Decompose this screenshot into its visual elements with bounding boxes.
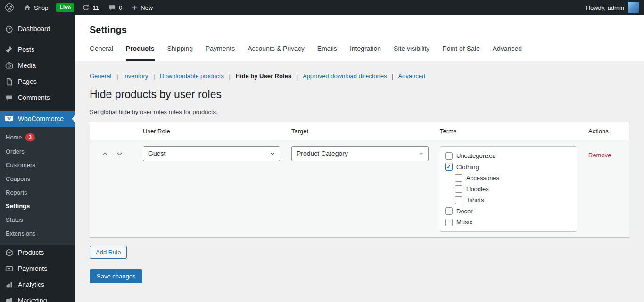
tab-integration[interactable]: Integration [350,45,381,61]
add-rule-row: Add Rule [90,246,630,259]
user-role-value: Guest [148,150,165,157]
submenu-item-status[interactable]: Status [0,213,75,227]
header-terms: Terms [434,122,583,140]
site-name-link[interactable]: Shop [19,0,53,15]
sidebar-label-payments: Payments [18,265,47,272]
tab-payments[interactable]: Payments [206,45,235,61]
avatar [628,2,639,13]
term-label[interactable]: Tshirts [466,196,484,204]
new-content-button[interactable]: New [127,0,157,15]
subnav-inventory[interactable]: Inventory [123,73,148,80]
sidebar-item-media[interactable]: Media [0,57,75,73]
subnav-approved-download-directories[interactable]: Approved download directories [303,73,387,80]
term-label[interactable]: Accessories [466,174,499,181]
term-checkbox-accessories[interactable] [455,174,462,182]
subnav-downloadable-products[interactable]: Downloadable products [160,73,224,80]
subnav-advanced[interactable]: Advanced [398,73,425,80]
term-label[interactable]: Hoodies [466,186,489,193]
table-header-row: User Role Target Terms Actions [90,122,629,140]
sidebar-item-woocommerce[interactable]: W WooCommerce [0,111,75,127]
sidebar-item-comments[interactable]: Comments [0,90,75,106]
term-label[interactable]: Decor [456,208,473,215]
updates-button[interactable]: 11 [77,0,104,15]
sidebar-item-pages[interactable]: Pages [0,73,75,90]
menu-separator [0,106,75,111]
submenu-item-settings[interactable]: Settings [0,199,75,213]
tab-accounts-privacy[interactable]: Accounts & Privacy [248,45,305,61]
term-label[interactable]: Uncategorized [456,152,496,159]
submenu-label-status: Status [6,216,23,223]
svg-text:W: W [7,116,11,121]
chevron-up-icon [101,150,108,157]
settings-tabs: General Products Shipping Payments Accou… [90,45,630,61]
tab-advanced[interactable]: Advanced [493,45,522,61]
term-checkbox-music[interactable] [445,219,453,226]
sidebar-item-products[interactable]: Products [0,245,75,261]
main-content: Settings General Products Shipping Payme… [75,0,644,294]
sidebar-item-posts[interactable]: Posts [0,41,75,57]
term-label[interactable]: Music [456,219,472,226]
hide-rules-table: User Role Target Terms Actions Guest [90,122,629,238]
sidebar-item-dashboard[interactable]: Dashboard [0,21,75,37]
sidebar-label-marketing: Marketing [18,297,47,302]
target-value: Product Category [297,150,348,157]
term-checkbox-decor[interactable] [445,207,453,215]
submenu-item-orders[interactable]: Orders [0,145,75,158]
updates-count: 11 [92,4,99,11]
header-user-role: User Role [137,122,286,140]
remove-rule-link[interactable]: Remove [588,146,611,159]
add-rule-button[interactable]: Add Rule [90,246,127,259]
sidebar-comments-icon [4,93,14,102]
account-menu-button[interactable]: Howdy, admin [581,0,644,15]
sidebar-label-dashboard: Dashboard [18,25,50,33]
updates-icon [82,4,90,11]
home-icon [24,4,31,11]
term-label[interactable]: Clothing [456,163,479,171]
subnav-separator: | [297,73,298,80]
submenu-item-reports[interactable]: Reports [0,186,75,199]
pages-icon [4,77,14,86]
submenu-item-coupons[interactable]: Coupons [0,172,75,186]
comments-button[interactable]: 0 [104,0,127,15]
admin-bar: Shop Live 11 0 New Howdy, admin [0,0,644,15]
save-changes-button[interactable]: Save changes [90,269,142,283]
terms-cell: Uncategorized Clothing Accessories [434,146,583,232]
sidebar-item-payments[interactable]: Payments [0,261,75,277]
submenu-item-home[interactable]: Home 3 [0,130,75,145]
tab-site-visibility[interactable]: Site visibility [394,45,429,61]
term-checkbox-clothing[interactable] [445,163,453,171]
sidebar-label-posts: Posts [18,46,34,53]
sidebar-item-marketing[interactable]: Marketing [0,293,75,302]
submenu-item-extensions[interactable]: Extensions [0,227,75,240]
admin-sidebar: Dashboard Posts Media Pages Comments W W… [0,15,75,302]
sidebar-label-comments: Comments [18,94,50,101]
sidebar-item-analytics[interactable]: Analytics [0,277,75,293]
chevron-down-icon [418,151,424,156]
wp-logo-button[interactable] [0,0,19,15]
plus-icon [132,5,138,11]
woocommerce-submenu: Home 3 Orders Customers Coupons Reports … [0,127,75,245]
target-select[interactable]: Product Category [291,146,429,161]
term-checkbox-uncategorized[interactable] [445,152,453,160]
term-checkbox-hoodies[interactable] [455,185,462,193]
settings-title: Settings [90,24,630,35]
sidebar-label-analytics: Analytics [18,281,44,288]
tab-general[interactable]: General [90,45,113,61]
tab-products[interactable]: Products [126,45,155,61]
header-sort-column [90,122,137,140]
target-cell: Product Category [286,146,434,161]
woocommerce-icon: W [4,114,14,123]
user-role-select[interactable]: Guest [143,146,280,161]
subnav-separator: | [229,73,231,80]
site-name-label: Shop [34,4,48,11]
tab-point-of-sale[interactable]: Point of Sale [442,45,479,61]
tab-shipping[interactable]: Shipping [167,45,193,61]
tab-emails[interactable]: Emails [317,45,337,61]
move-up-button[interactable] [101,150,108,157]
move-down-button[interactable] [116,150,123,157]
submenu-item-customers[interactable]: Customers [0,158,75,172]
subnav-hide-by-user-roles[interactable]: Hide by User Roles [236,73,292,80]
live-badge[interactable]: Live [56,3,74,12]
term-checkbox-tshirts[interactable] [455,196,462,204]
subnav-general[interactable]: General [90,73,111,80]
